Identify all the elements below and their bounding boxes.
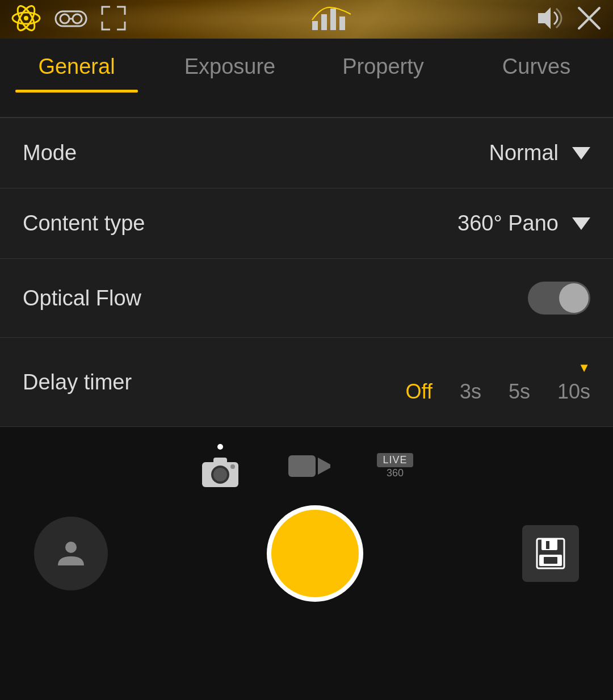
svg-point-23 bbox=[65, 542, 77, 553]
shutter-button[interactable] bbox=[267, 505, 363, 602]
stats-icon[interactable] bbox=[310, 4, 351, 35]
volume-icon[interactable] bbox=[535, 5, 563, 33]
photo-mode-item[interactable] bbox=[200, 444, 241, 488]
camera-video-icon bbox=[286, 448, 331, 484]
delay-3s[interactable]: 3s bbox=[460, 380, 481, 404]
toggle-knob bbox=[559, 283, 589, 313]
mode-dropdown-arrow bbox=[572, 147, 590, 160]
svg-marker-12 bbox=[538, 7, 551, 29]
tab-exposure[interactable]: Exposure bbox=[153, 55, 306, 93]
optical-flow-label: Optical Flow bbox=[23, 286, 141, 311]
vr-icon[interactable] bbox=[54, 7, 87, 32]
svg-rect-26 bbox=[546, 541, 549, 549]
svg-point-5 bbox=[60, 14, 69, 23]
pano360-text: 360 bbox=[387, 467, 404, 479]
live360-mode-item[interactable]: LIVE 360 bbox=[377, 453, 413, 479]
bottom-bar: LIVE 360 bbox=[0, 427, 613, 668]
delay-options: Off 3s 5s 10s bbox=[406, 380, 590, 404]
photo-icon-wrap bbox=[200, 444, 241, 488]
tab-curves[interactable]: Curves bbox=[460, 55, 613, 93]
save-icon bbox=[534, 536, 568, 571]
optical-flow-toggle[interactable] bbox=[528, 282, 590, 315]
tab-general[interactable]: General bbox=[0, 55, 153, 93]
svg-rect-18 bbox=[213, 458, 227, 464]
content-type-dropdown-arrow bbox=[572, 217, 590, 230]
content-type-value: 360° Pano bbox=[457, 211, 559, 236]
live-text: LIVE bbox=[377, 453, 413, 467]
delay-timer-row: Delay timer Off 3s 5s 10s bbox=[0, 338, 613, 427]
delay-off[interactable]: Off bbox=[406, 380, 433, 404]
save-button[interactable] bbox=[522, 525, 579, 582]
camera-photo-icon bbox=[200, 453, 241, 488]
delay-5s[interactable]: 5s bbox=[509, 380, 530, 404]
mode-row: Mode Normal bbox=[0, 118, 613, 188]
atom-icon[interactable] bbox=[11, 3, 41, 35]
content-type-row: Content type 360° Pano bbox=[0, 188, 613, 259]
delay-timer-control: Off 3s 5s 10s bbox=[406, 361, 590, 404]
camera-preview bbox=[0, 0, 613, 39]
optical-flow-control bbox=[528, 282, 590, 315]
optical-flow-row: Optical Flow bbox=[0, 259, 613, 338]
svg-point-6 bbox=[73, 14, 82, 23]
expand-icon[interactable] bbox=[101, 6, 126, 33]
content-type-control[interactable]: 360° Pano bbox=[457, 211, 590, 236]
content-type-label: Content type bbox=[23, 211, 145, 236]
video-mode-item[interactable] bbox=[286, 448, 331, 484]
mode-icons-row: LIVE 360 bbox=[200, 427, 413, 500]
mode-value: Normal bbox=[489, 141, 559, 165]
mode-control[interactable]: Normal bbox=[489, 141, 590, 165]
svg-rect-9 bbox=[321, 14, 327, 30]
camera-controls-row bbox=[0, 500, 613, 607]
preview-icons-right bbox=[535, 5, 602, 33]
svg-point-22 bbox=[52, 534, 90, 573]
svg-rect-28 bbox=[544, 557, 557, 564]
svg-point-19 bbox=[230, 464, 235, 469]
delay-timer-label: Delay timer bbox=[23, 370, 132, 395]
preview-center bbox=[310, 4, 351, 35]
mode-label: Mode bbox=[23, 141, 77, 165]
live360-badge: LIVE 360 bbox=[377, 453, 413, 479]
delay-indicator bbox=[578, 361, 590, 375]
video-icon-wrap bbox=[286, 448, 331, 484]
gallery-button[interactable] bbox=[34, 517, 108, 590]
svg-rect-10 bbox=[330, 9, 336, 30]
svg-point-3 bbox=[24, 16, 28, 20]
svg-point-17 bbox=[213, 468, 227, 481]
gallery-icon bbox=[51, 534, 91, 573]
photo-mode-dot bbox=[217, 444, 223, 450]
delay-10s[interactable]: 10s bbox=[557, 380, 590, 404]
close-icon[interactable] bbox=[577, 6, 602, 33]
svg-rect-20 bbox=[288, 455, 316, 477]
settings-panel: Mode Normal Content type 360° Pano Optic… bbox=[0, 118, 613, 427]
svg-rect-8 bbox=[312, 21, 318, 30]
svg-marker-21 bbox=[318, 458, 330, 475]
tab-property[interactable]: Property bbox=[306, 55, 460, 93]
preview-icons-left bbox=[11, 3, 126, 35]
svg-rect-11 bbox=[339, 16, 345, 30]
tab-bar: General Exposure Property Curves bbox=[0, 39, 613, 118]
